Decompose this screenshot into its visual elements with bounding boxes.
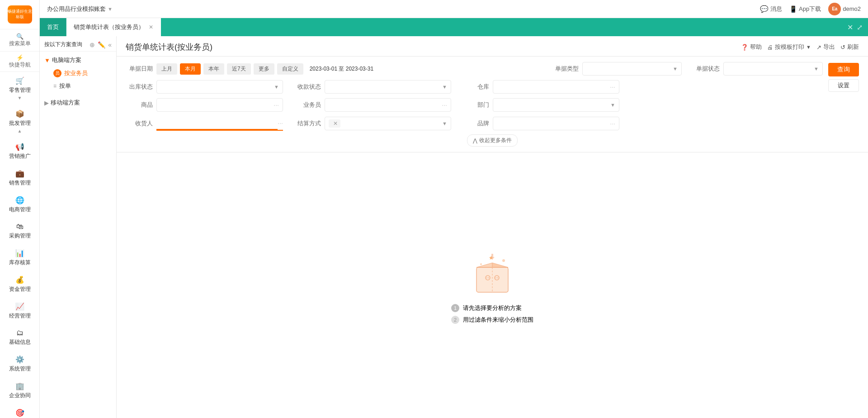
date-last-month[interactable]: 上月 (156, 63, 177, 75)
tip2-dot: 2 (451, 316, 459, 324)
sidebar-item-inventory[interactable]: 📊 库存核算 (0, 244, 39, 271)
brand-label: 品牌 (462, 119, 489, 128)
sidebar-item-finance[interactable]: 💰 资金管理 (0, 271, 39, 298)
account-switcher[interactable]: 办公用品行业模拟账套 ▼ (47, 5, 113, 13)
template-print-label: 按模板打印 (775, 43, 804, 51)
date-this-year[interactable]: 本年 (203, 63, 224, 75)
export-btn[interactable]: ↗ 导出 (816, 43, 835, 51)
tree-section-mobile: ▶ 移动端方案 (40, 94, 116, 111)
tree-item-by-order[interactable]: ≡ 按单 (49, 80, 116, 92)
salesperson-select[interactable]: ··· (325, 98, 451, 112)
tab-sales-stat[interactable]: 销货单统计表（按业务员） ✕ (66, 18, 161, 36)
edit-scheme-btn[interactable]: ✏️ (98, 41, 105, 48)
search-menu[interactable]: 🔍 搜索菜单 (0, 29, 39, 52)
sidebar-item-basic[interactable]: 🗂 基础信息 (0, 324, 39, 351)
messages-btn[interactable]: 💬 消息 (760, 5, 782, 13)
tab-home[interactable]: 首页 (40, 18, 66, 36)
salesperson-dots[interactable]: ··· (442, 101, 447, 109)
refresh-btn[interactable]: ↺ 刷新 (840, 43, 859, 51)
home-tab-label: 首页 (47, 23, 59, 31)
active-dot: 员 (53, 69, 61, 77)
warehouse-dots[interactable]: ··· (610, 83, 615, 90)
goods-label: 商品 (126, 101, 153, 109)
doc-type-select[interactable]: ▼ (582, 62, 682, 76)
basic-label: 基础信息 (9, 338, 31, 346)
quick-nav[interactable]: ⚡ 快捷导航 (0, 52, 39, 72)
filter-row-1: 单据日期 上月 本月 本年 近7天 更多 自定义 2023-03-01 至 20… (126, 62, 823, 76)
sidebar-item-ecommerce[interactable]: 🌐 电商管理 (0, 191, 39, 218)
collapse-icon: ⋀ (473, 138, 477, 144)
goods-select[interactable]: ··· (156, 98, 283, 112)
query-btn[interactable]: 查询 (828, 63, 859, 76)
brand-dots[interactable]: ··· (610, 120, 615, 127)
add-scheme-btn[interactable]: ⊕ (90, 41, 95, 48)
tabbar-actions: ✕ ⤢ (842, 18, 868, 36)
date-custom[interactable]: 自定义 (277, 63, 303, 75)
collapse-panel-btn[interactable]: « (108, 41, 112, 48)
goods-dots[interactable]: ··· (274, 101, 279, 109)
settings-btn[interactable]: 设置 (828, 79, 859, 92)
out-status-select[interactable]: ▼ (156, 80, 283, 94)
retail-arrow: ▼ (18, 95, 22, 100)
main-area: 办公用品行业模拟账套 ▼ 💬 消息 📱 App下载 Ea demo2 首页 (40, 0, 868, 418)
close-tab-btn[interactable]: ✕ (847, 23, 853, 32)
tree-item-sales-rep[interactable]: 员 按业务员 (49, 67, 116, 80)
date-7days[interactable]: 近7天 (227, 63, 251, 75)
sidebar-item-wholesale[interactable]: 📦 批发管理 ▲ (0, 105, 39, 138)
sidebar-item-newuser[interactable]: 🎯 新手引导 (0, 404, 39, 418)
date-this-month[interactable]: 本月 (180, 63, 201, 75)
settlement-clear-btn[interactable]: ✕ (333, 120, 338, 127)
topbar-right: 💬 消息 📱 App下载 Ea demo2 (760, 3, 861, 15)
doc-status-select[interactable]: ▼ (723, 62, 823, 76)
tree-mobile[interactable]: ▶ 移动端方案 (40, 96, 116, 109)
finance-label: 资金管理 (9, 285, 31, 293)
date-label: 单据日期 (126, 65, 153, 73)
sidebar-item-marketing[interactable]: 📢 营销推广 (0, 138, 39, 165)
search-label: 搜索菜单 (3, 40, 37, 48)
settlement-tag: ✕ (329, 119, 340, 128)
filter-row-3: 商品 ··· 业务员 ··· (126, 98, 823, 112)
recipient-dots[interactable]: ··· (278, 119, 283, 127)
sidebar-item-system[interactable]: ⚙️ 系统管理 (0, 351, 39, 377)
expand-tab-btn[interactable]: ⤢ (857, 23, 863, 32)
basic-icon: 🗂 (16, 329, 24, 337)
settlement-label: 结算方式 (294, 119, 321, 128)
warehouse-select[interactable]: ··· (493, 80, 619, 94)
sidebar-item-retail[interactable]: 🛒 零售管理 ▼ (0, 72, 39, 105)
account-title: 办公用品行业模拟账套 (47, 5, 106, 13)
receive-status-select[interactable]: ▼ (325, 80, 451, 94)
date-more[interactable]: 更多 (254, 63, 274, 75)
filter-row-2: 出库状态 ▼ 收款状态 ▼ (126, 80, 823, 94)
sidebar: 畅捷通好生意 标版 🔍 搜索菜单 ⚡ 快捷导航 🛒 零售管理 ▼ 📦 批发管理 … (0, 0, 40, 418)
logo-image: 畅捷通好生意 标版 (8, 5, 32, 24)
department-select[interactable]: ▼ (493, 98, 619, 112)
sidebar-item-sales[interactable]: 💼 销售管理 (0, 165, 39, 191)
template-print-btn[interactable]: 🖨 按模板打印 ▼ (767, 43, 811, 51)
system-label: 系统管理 (9, 365, 31, 373)
message-icon: 💬 (760, 5, 769, 13)
recipient-input[interactable] (156, 116, 278, 130)
user-menu[interactable]: Ea demo2 (828, 3, 861, 15)
app-download-btn[interactable]: 📱 App下载 (789, 5, 821, 13)
wholesale-icon: 📦 (15, 109, 24, 118)
recipient-label: 收货人 (126, 119, 153, 128)
sidebar-item-purchase[interactable]: 🛍 采购管理 (0, 218, 39, 244)
inventory-label: 库存核算 (9, 259, 31, 266)
by-order-label: 按单 (59, 82, 71, 90)
collapse-btn[interactable]: ⋀ 收起更多条件 (467, 134, 518, 147)
sidebar-menu: 🛒 零售管理 ▼ 📦 批发管理 ▲ 📢 营销推广 💼 销售管理 🌐 电商管理 🛍… (0, 72, 39, 418)
print-icon: 🖨 (767, 44, 773, 51)
ecommerce-icon: 🌐 (15, 196, 24, 204)
sidebar-item-operations[interactable]: 📈 经营管理 (0, 298, 39, 324)
tree-arrow-mobile: ▶ (44, 100, 49, 106)
help-btn[interactable]: ❓ 帮助 (741, 43, 762, 51)
tab-close-btn[interactable]: ✕ (149, 24, 153, 30)
tree-desktop[interactable]: ▼ 电脑端方案 (40, 53, 116, 67)
brand-select[interactable]: ··· (493, 117, 619, 130)
tree-mobile-label: 移动端方案 (51, 99, 80, 107)
sidebar-item-enterprise[interactable]: 🏢 企业协同 (0, 377, 39, 404)
settlement-select[interactable]: ✕ ▼ (325, 117, 451, 130)
receive-status-label: 收款状态 (294, 83, 321, 91)
page-header: 销货单统计表(按业务员) ❓ 帮助 🖨 按模板打印 ▼ ↗ 导出 (117, 36, 868, 57)
doc-type-arrow: ▼ (673, 66, 678, 71)
